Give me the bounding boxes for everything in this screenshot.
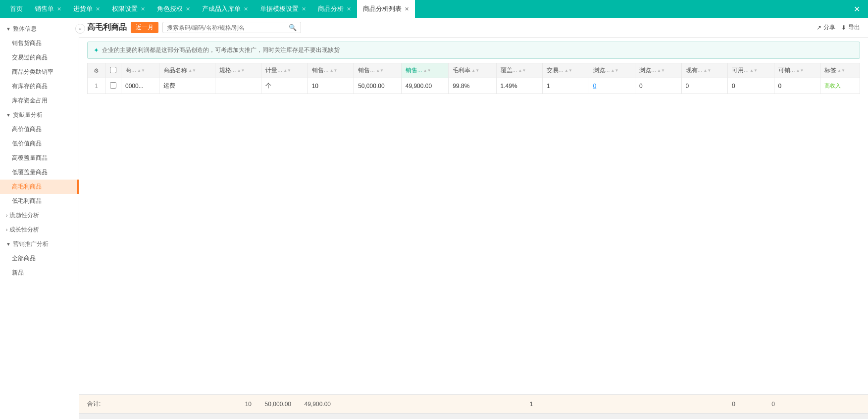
col-saleable-header[interactable]: 可销...▲▼ (774, 63, 820, 78)
nav-analytics[interactable]: 商品分析 ✕ (312, 0, 357, 18)
col-unit-header[interactable]: 计量...▲▼ (261, 63, 308, 78)
sort-available[interactable]: ▲▼ (750, 69, 758, 73)
col-current-stock-header[interactable]: 现有...▲▼ (681, 63, 728, 78)
sidebar-item-low-margin[interactable]: 低毛利商品 (0, 194, 79, 208)
sidebar-group-contribution[interactable]: ▼ 贡献量分析 (0, 108, 79, 122)
nav-product-inbound[interactable]: 产成品入库单 ✕ (196, 0, 254, 18)
info-icon: ✦ (94, 47, 99, 54)
share-icon: ↗ (817, 24, 821, 31)
close-purchase-tab[interactable]: ✕ (96, 6, 100, 12)
sidebar-item-high-margin[interactable]: 高毛利商品 (0, 180, 79, 194)
col-coverage-header[interactable]: 覆盖...▲▼ (496, 63, 543, 78)
search-input[interactable] (167, 24, 289, 31)
cell-checkbox[interactable] (105, 78, 121, 94)
sidebar-group-overall[interactable]: ▼ 整体信息 (0, 22, 79, 36)
sidebar-item-low-value[interactable]: 低价值商品 (0, 137, 79, 151)
nav-home[interactable]: 首页 (4, 0, 29, 18)
sort-tag[interactable]: ▲▼ (837, 69, 845, 73)
col-transactions-header[interactable]: 交易...▲▼ (543, 63, 589, 78)
sidebar-group-trend[interactable]: › 流趋性分析 (0, 208, 79, 223)
col-sales-qty-header[interactable]: 销售...▲▼ (307, 63, 354, 78)
col-views2-header[interactable]: 浏览...▲▼ (635, 63, 682, 78)
cell-views2: 0 (635, 78, 682, 94)
top-nav: 首页 销售单 ✕ 进货单 ✕ 权限设置 ✕ 角色授权 ✕ 产成品入库单 ✕ 单据… (0, 0, 868, 18)
filter-button[interactable]: 近一月 (131, 22, 158, 33)
sidebar-item-category-rate[interactable]: 商品分类助销率 (0, 65, 79, 79)
close-permissions-tab[interactable]: ✕ (141, 6, 145, 12)
nav-template[interactable]: 单据模板设置 ✕ (254, 0, 312, 18)
footer-current-stock: 0 (700, 401, 739, 408)
table-footer: 合计: 10 50,000.00 49,900.00 1 0 0 (79, 394, 868, 413)
sidebar-item-high-coverage[interactable]: 高覆盖量商品 (0, 151, 79, 165)
nav-permissions[interactable]: 权限设置 ✕ (106, 0, 151, 18)
sort-name[interactable]: ▲▼ (188, 69, 196, 73)
cell-unit: 个 (261, 78, 308, 94)
sort-current-stock[interactable]: ▲▼ (704, 69, 712, 73)
footer-available: 0 (739, 401, 779, 408)
close-roles-tab[interactable]: ✕ (186, 6, 190, 12)
sidebar-item-low-coverage[interactable]: 低覆盖量商品 (0, 165, 79, 180)
sidebar-item-traded-goods[interactable]: 交易过的商品 (0, 50, 79, 65)
row-checkbox[interactable] (110, 82, 116, 89)
search-icon[interactable]: 🔍 (289, 24, 297, 31)
cell-views1[interactable]: 0 (589, 78, 635, 94)
sort-sales-amount[interactable]: ▲▼ (376, 69, 384, 73)
sidebar-item-new-goods[interactable]: 新品 (0, 266, 79, 280)
cell-sales-qty: 10 (307, 78, 354, 94)
close-analytics-list-tab[interactable]: ✕ (405, 6, 409, 12)
table-row[interactable]: 1 0000... 运费 个 10 50,000.00 49,900.00 99… (88, 78, 860, 94)
col-sales-amount-header[interactable]: 销售...▲▼ (354, 63, 402, 78)
nav-purchase[interactable]: 进货单 ✕ (67, 0, 106, 18)
cell-coverage: 1.49% (496, 78, 543, 94)
sidebar-item-stock-capital[interactable]: 库存资金占用 (0, 93, 79, 108)
bottom-scrollbar[interactable] (79, 413, 868, 419)
export-button[interactable]: ⬇ 导出 (841, 23, 860, 32)
sort-code[interactable]: ▲▼ (137, 69, 145, 73)
sidebar-item-sales-goods[interactable]: 销售货商品 (0, 36, 79, 50)
sort-views1[interactable]: ▲▼ (611, 69, 619, 73)
col-settings[interactable]: ⚙ (88, 63, 105, 78)
col-checkbox-header[interactable] (105, 63, 121, 78)
sort-transactions[interactable]: ▲▼ (564, 69, 572, 73)
col-margin-header[interactable]: 毛利率▲▼ (449, 63, 496, 78)
nav-sales[interactable]: 销售单 ✕ (29, 0, 67, 18)
col-available-header[interactable]: 可用...▲▼ (728, 63, 774, 78)
sidebar-group-growth[interactable]: › 成长性分析 (0, 223, 79, 237)
sort-unit[interactable]: ▲▼ (283, 69, 291, 73)
close-analytics-tab[interactable]: ✕ (347, 6, 351, 12)
share-button[interactable]: ↗ 分享 (817, 23, 835, 32)
close-product-inbound-tab[interactable]: ✕ (244, 6, 248, 12)
cell-current-stock: 0 (681, 78, 728, 94)
nav-roles[interactable]: 角色授权 ✕ (151, 0, 196, 18)
cell-available: 0 (728, 78, 774, 94)
sort-sales-qty[interactable]: ▲▼ (330, 69, 338, 73)
sidebar-group-marketing[interactable]: ▼ 营销推广分析 (0, 237, 79, 251)
col-sales-profit-header[interactable]: 销售...▲▼ (401, 63, 449, 78)
sidebar-toggle-button[interactable]: « (75, 24, 85, 34)
cell-transactions: 1 (543, 78, 589, 94)
sort-views2[interactable]: ▲▼ (657, 69, 665, 73)
table-container[interactable]: ⚙ 商...▲▼ 商品名称▲▼ 规格...▲▼ 计量...▲▼ (79, 63, 868, 394)
sort-sales-profit[interactable]: ▲▼ (423, 69, 431, 73)
cell-spec (215, 78, 261, 94)
col-name-header[interactable]: 商品名称▲▼ (159, 63, 215, 78)
close-sales-tab[interactable]: ✕ (57, 6, 61, 12)
header-actions: ↗ 分享 ⬇ 导出 (817, 23, 860, 32)
close-template-tab[interactable]: ✕ (302, 6, 306, 12)
sort-margin[interactable]: ▲▼ (471, 69, 479, 73)
sort-saleable[interactable]: ▲▼ (796, 69, 804, 73)
select-all-checkbox[interactable] (110, 67, 116, 73)
sort-spec[interactable]: ▲▼ (237, 69, 245, 73)
col-views1-header[interactable]: 浏览...▲▼ (589, 63, 635, 78)
sort-coverage[interactable]: ▲▼ (518, 69, 526, 73)
nav-close-button[interactable]: ✕ (850, 4, 864, 14)
sidebar-item-high-value[interactable]: 高价值商品 (0, 122, 79, 137)
nav-analytics-list[interactable]: 商品分析列表 ✕ (357, 0, 415, 18)
sidebar-item-all-goods[interactable]: 全部商品 (0, 251, 79, 266)
cell-sales-amount: 50,000.00 (354, 78, 402, 94)
col-tag-header[interactable]: 标签▲▼ (820, 63, 860, 78)
sidebar: ▼ 整体信息 销售货商品 交易过的商品 商品分类助销率 有库存的商品 库存资金占… (0, 18, 79, 284)
col-spec-header[interactable]: 规格...▲▼ (215, 63, 261, 78)
sidebar-item-in-stock[interactable]: 有库存的商品 (0, 79, 79, 93)
col-code-header[interactable]: 商...▲▼ (121, 63, 159, 78)
